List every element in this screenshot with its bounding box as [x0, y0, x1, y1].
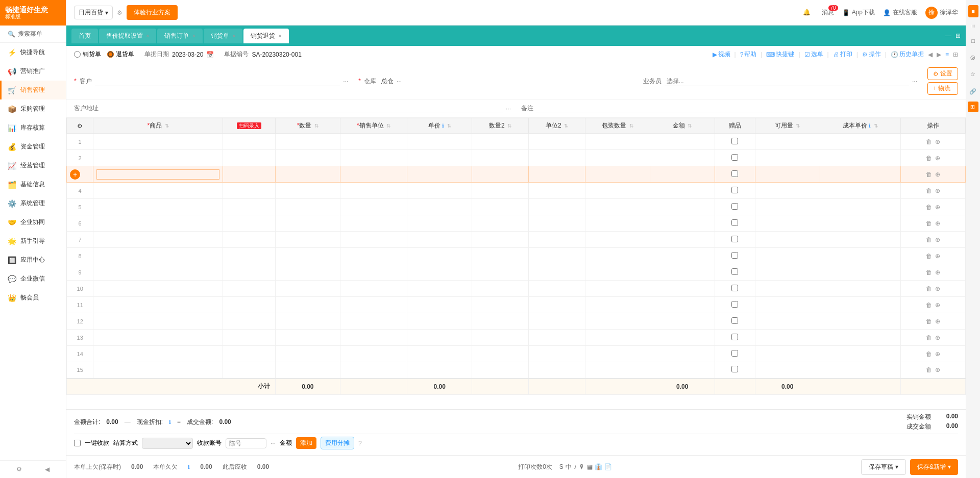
- sidebar-item-marketing[interactable]: 📢 营销推广: [0, 62, 66, 81]
- row-amount-cell[interactable]: [650, 199, 715, 215]
- row-unit-cell[interactable]: [340, 166, 407, 183]
- gift-checkbox[interactable]: [731, 268, 738, 275]
- staff-input[interactable]: [665, 77, 909, 86]
- row-unit-cell[interactable]: [340, 346, 407, 362]
- radio-sale[interactable]: 销货单: [74, 50, 101, 59]
- row-unit2-cell[interactable]: [529, 297, 585, 313]
- copy-row-icon[interactable]: ⊕: [935, 366, 940, 373]
- row-pack-qty-cell[interactable]: [585, 346, 650, 362]
- row-unit-cell[interactable]: [340, 248, 407, 264]
- row-product-cell[interactable]: [93, 134, 223, 150]
- row-product-cell[interactable]: [93, 215, 223, 232]
- row-pack-qty-cell[interactable]: [585, 313, 650, 330]
- row-unit-cell[interactable]: [340, 232, 407, 248]
- warehouse-select-btn[interactable]: ···: [397, 78, 402, 85]
- online-service-btn[interactable]: 👤 在线客服: [883, 8, 917, 17]
- tab-price-settings-close[interactable]: ×: [146, 33, 149, 39]
- row-qty-cell[interactable]: [275, 362, 340, 379]
- row-qty2-cell[interactable]: [472, 150, 529, 166]
- payment-dots[interactable]: ···: [271, 440, 276, 447]
- row-product-cell[interactable]: [93, 281, 223, 297]
- row-cost-cell[interactable]: [820, 134, 901, 150]
- tool-icon-3[interactable]: ♪: [574, 463, 577, 470]
- sidebar-item-app-center[interactable]: 🔲 应用中心: [0, 250, 66, 269]
- delete-row-icon[interactable]: 🗑: [926, 269, 932, 276]
- delete-row-icon[interactable]: 🗑: [926, 350, 932, 358]
- unit2-sort-icon[interactable]: ⇅: [564, 123, 568, 129]
- add-payment-btn[interactable]: 添加: [296, 437, 316, 449]
- row-price-cell[interactable]: [407, 166, 472, 183]
- row-qty-cell[interactable]: [275, 150, 340, 166]
- row-pack-qty-cell[interactable]: [585, 362, 650, 379]
- gift-checkbox[interactable]: [731, 317, 738, 324]
- row-available-cell[interactable]: [755, 150, 820, 166]
- delete-row-icon[interactable]: 🗑: [926, 301, 932, 309]
- copy-row-icon[interactable]: ⊕: [935, 138, 940, 145]
- row-cost-cell[interactable]: [820, 150, 901, 166]
- row-qty-cell[interactable]: [275, 264, 340, 281]
- col-scan[interactable]: 扫码录入: [223, 118, 275, 134]
- gift-checkbox[interactable]: [731, 187, 738, 193]
- row-cost-cell[interactable]: [820, 183, 901, 199]
- row-product-cell[interactable]: [93, 232, 223, 248]
- row-pack-qty-cell[interactable]: [585, 264, 650, 281]
- view-grid-icon[interactable]: ⊞: [953, 51, 958, 58]
- delete-row-icon[interactable]: 🗑: [926, 204, 932, 211]
- single-owe-info-icon[interactable]: ℹ: [188, 464, 190, 470]
- tool-icon-1[interactable]: S: [559, 463, 564, 470]
- row-pack-qty-cell[interactable]: [585, 297, 650, 313]
- gift-checkbox[interactable]: [731, 252, 738, 259]
- row-cost-cell[interactable]: [820, 362, 901, 379]
- row-available-cell[interactable]: [755, 215, 820, 232]
- row-unit2-cell[interactable]: [529, 232, 585, 248]
- action-select[interactable]: ☑ 选单: [804, 50, 823, 59]
- tool-icon-5[interactable]: ▦: [587, 463, 593, 470]
- row-qty2-cell[interactable]: [472, 313, 529, 330]
- delete-row-icon[interactable]: 🗑: [926, 285, 932, 292]
- row-unit2-cell[interactable]: [529, 166, 585, 183]
- sidebar-item-system[interactable]: ⚙️ 系统管理: [0, 194, 66, 213]
- row-pack-qty-cell[interactable]: [585, 134, 650, 150]
- tab-sales-return[interactable]: 销货退货 ×: [243, 29, 288, 43]
- row-qty2-cell[interactable]: [472, 248, 529, 264]
- row-unit2-cell[interactable]: [529, 330, 585, 346]
- row-price-cell[interactable]: [407, 297, 472, 313]
- row-pack-qty-cell[interactable]: [585, 199, 650, 215]
- sidebar-collapse-icon[interactable]: ◀: [45, 466, 50, 473]
- row-unit-cell[interactable]: [340, 362, 407, 379]
- tab-price-settings[interactable]: 售价提取设置 ×: [99, 29, 156, 43]
- row-available-cell[interactable]: [755, 199, 820, 215]
- row-available-cell[interactable]: [755, 264, 820, 281]
- copy-row-icon[interactable]: ⊕: [935, 236, 940, 243]
- row-qty2-cell[interactable]: [472, 166, 529, 183]
- address-select-btn[interactable]: ···: [506, 105, 511, 112]
- row-unit-cell[interactable]: [340, 313, 407, 330]
- row-unit2-cell[interactable]: [529, 183, 585, 199]
- right-panel-btn-5[interactable]: ☆: [968, 68, 978, 81]
- row-price-cell[interactable]: [407, 330, 472, 346]
- row-unit2-cell[interactable]: [529, 150, 585, 166]
- save-draft-btn[interactable]: 保存草稿 ▾: [861, 459, 906, 475]
- row-amount-cell[interactable]: [650, 166, 715, 183]
- row-amount-cell[interactable]: [650, 362, 715, 379]
- minimize-icon[interactable]: —: [945, 32, 951, 39]
- copy-row-icon[interactable]: ⊕: [935, 301, 940, 309]
- cost-info-icon[interactable]: ℹ: [869, 123, 871, 129]
- row-available-cell[interactable]: [755, 232, 820, 248]
- row-amount-cell[interactable]: [650, 330, 715, 346]
- delete-row-icon[interactable]: 🗑: [926, 236, 932, 243]
- row-pack-qty-cell[interactable]: [585, 150, 650, 166]
- gift-checkbox[interactable]: [731, 236, 738, 242]
- topbar-settings-icon[interactable]: ⚙: [117, 9, 122, 16]
- row-qty-cell[interactable]: [275, 134, 340, 150]
- row-qty-cell[interactable]: [275, 297, 340, 313]
- sidebar-settings-icon[interactable]: ⚙: [16, 466, 22, 473]
- pack-sort-icon[interactable]: ⇅: [629, 123, 633, 129]
- sidebar-item-operation[interactable]: 📈 经营管理: [0, 156, 66, 175]
- row-unit-cell[interactable]: [340, 297, 407, 313]
- price-info-icon[interactable]: ℹ: [442, 123, 444, 129]
- row-amount-cell[interactable]: [650, 183, 715, 199]
- copy-row-icon[interactable]: ⊕: [935, 187, 940, 194]
- row-unit-cell[interactable]: [340, 134, 407, 150]
- delete-row-icon[interactable]: 🗑: [926, 334, 932, 341]
